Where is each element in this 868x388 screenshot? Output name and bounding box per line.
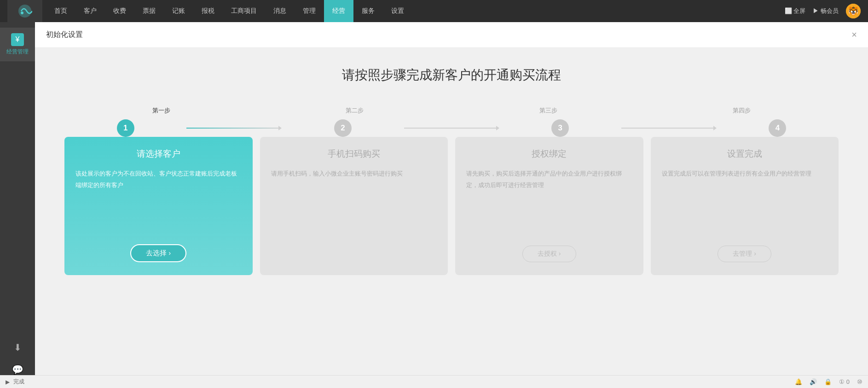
card-2-title: 手机扫码购买 [271,148,437,160]
step-labels-row: 第一步 第二步 第三步 第四步 [64,106,839,115]
counter-0: ① 0 [839,378,850,385]
nav-item-消息[interactable]: 消息 [265,0,295,22]
card-3-button[interactable]: 去授权 › [522,246,576,262]
sidebar: ¥ 经营管理 ⬇ 💬 [0,22,35,388]
step-label-1: 第一步 [64,106,258,115]
step-label-2: 第二步 [258,106,452,115]
card-4: 设置完成 设置完成后可以在管理列表进行所有企业用户的经营管理 去管理 › [651,137,839,275]
nav-items: 首页客户收费票据记账报税工商项目消息管理经营服务设置 [46,0,785,22]
card-1-button[interactable]: 去选择 › [130,244,186,262]
nav-item-服务[interactable]: 服务 [353,0,383,22]
nav-item-票据[interactable]: 票据 [134,0,164,22]
close-button[interactable]: × [851,29,857,40]
card-1: 请选择客户 该处展示的客户为不在回收站、客户状态正常建账后完成老板端绑定的所有客… [64,137,253,275]
step-circle-2: 2 [334,119,352,137]
step-circle-3: 3 [551,119,569,137]
sidebar-item-label: 经营管理 [6,48,29,56]
card-1-desc: 该处展示的客户为不在回收站、客户状态正常建账后完成老板端绑定的所有客户 [75,168,242,233]
step-line-3 [621,128,713,129]
status-bar: ▶ 完成 🔔 🔊 🔒 ① 0 ⑩ [0,375,868,388]
nav-item-管理[interactable]: 管理 [295,0,324,22]
step-circle-4: 4 [769,119,786,137]
card-3-desc: 请先购买，购买后选择开通的产品中的企业用户进行授权绑定，成功后即可进行经营管理 [466,168,632,235]
step-arrow-3 [713,126,717,130]
status-label: 完成 [13,378,24,386]
notification-icon[interactable]: 🔔 [795,378,802,385]
fullscreen-button[interactable]: ⬜ 全屏 [785,7,806,15]
card-4-title: 设置完成 [662,148,828,160]
step-label-3: 第三步 [451,106,645,115]
content-area: 请按照步骤完成新客户的开通购买流程 第一步 第二步 第三步 第四步 [35,48,868,286]
nav-item-工商项目[interactable]: 工商项目 [223,0,265,22]
avatar[interactable]: 🐯 [846,4,861,18]
step-arrow-1 [278,126,282,130]
cards-row: 请选择客户 该处展示的客户为不在回收站、客户状态正常建账后完成老板端绑定的所有客… [64,137,839,275]
step-circle-1: 1 [117,119,134,137]
download-button[interactable]: ⬇ [0,336,35,359]
nav-item-报税[interactable]: 报税 [193,0,223,22]
svg-text:🐯: 🐯 [848,6,859,16]
nav-item-经营[interactable]: 经营 [324,0,353,22]
step-line-1 [186,128,278,129]
card-3: 授权绑定 请先购买，购买后选择开通的产品中的企业用户进行授权绑定，成功后即可进行… [455,137,643,275]
step-arrow-2 [496,126,499,130]
nav-item-设置[interactable]: 设置 [383,0,412,22]
nav-item-客户[interactable]: 客户 [75,0,105,22]
svg-point-1 [21,12,23,14]
volume-icon[interactable]: 🔊 [810,378,817,385]
logo[interactable] [7,0,42,22]
wizard-title: 请按照步骤完成新客户的开通购买流程 [53,66,850,84]
top-navigation: 首页客户收费票据记账报税工商项目消息管理经营服务设置 ⬜ 全屏 ▶ 畅会员 🐯 [0,0,868,22]
card-4-button[interactable]: 去管理 › [718,246,771,262]
card-2: 手机扫码购买 请用手机扫码，输入小微企业主账号密码进行购买 [260,137,448,275]
nav-item-收费[interactable]: 收费 [105,0,134,22]
nav-item-记账[interactable]: 记账 [164,0,193,22]
card-1-title: 请选择客户 [75,148,242,160]
step-label-4: 第四步 [645,106,839,115]
nav-item-首页[interactable]: 首页 [46,0,75,22]
lock-icon[interactable]: 🔒 [824,378,832,385]
card-3-title: 授权绑定 [466,148,632,160]
svg-point-0 [18,5,31,18]
nav-right: ⬜ 全屏 ▶ 畅会员 🐯 [785,4,861,18]
main-area: 初始化设置 × 请按照步骤完成新客户的开通购买流程 第一步 第二步 第三步 第四… [35,22,868,375]
page-header: 初始化设置 × [35,22,868,48]
member-button[interactable]: ▶ 畅会员 [813,7,839,15]
sidebar-item-management[interactable]: ¥ 经营管理 [0,28,35,61]
counter-10: ⑩ [857,378,862,385]
wizard: 第一步 第二步 第三步 第四步 1 [53,106,850,275]
step-circles-row: 1 2 3 [64,119,839,137]
card-4-desc: 设置完成后可以在管理列表进行所有企业用户的经营管理 [662,168,828,235]
card-2-desc: 请用手机扫码，输入小微企业主账号密码进行购买 [271,168,437,262]
management-icon: ¥ [11,33,24,46]
page-title: 初始化设置 [46,30,83,40]
status-bar-right: 🔔 🔊 🔒 ① 0 ⑩ [795,378,862,385]
play-button[interactable]: ▶ [6,379,10,385]
step-line-2 [404,128,496,129]
